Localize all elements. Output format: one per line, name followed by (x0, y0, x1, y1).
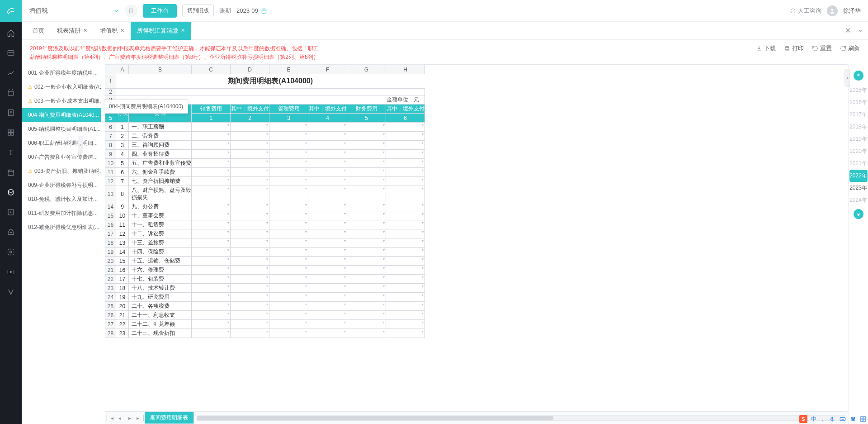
col-header[interactable]: D (231, 65, 269, 74)
data-cell[interactable]: ▾ (347, 150, 386, 159)
side-list-item[interactable]: 006-职工薪酬纳税调整明细... (22, 136, 101, 150)
data-cell[interactable]: ▾ (269, 257, 308, 266)
nav-grid-icon[interactable] (0, 124, 22, 141)
ime-keyboard-icon[interactable] (839, 416, 846, 422)
nav-calendar-icon[interactable] (0, 164, 22, 181)
row-header[interactable]: 27 (105, 320, 116, 329)
nav-inbox-icon[interactable] (0, 224, 22, 241)
workbench-button[interactable]: 工作台 (143, 4, 177, 18)
row-header[interactable]: 9 (105, 150, 116, 159)
data-cell[interactable]: ▾ (231, 202, 269, 211)
nav-home-icon[interactable] (0, 24, 22, 42)
data-cell[interactable]: ▾ (231, 141, 269, 150)
data-cell[interactable]: ▾ (192, 266, 231, 275)
data-cell[interactable]: ▾ (308, 293, 347, 302)
download-button[interactable]: 下载 (756, 44, 776, 52)
data-cell[interactable]: ▾ (231, 211, 269, 220)
data-cell[interactable]: ▾ (269, 311, 308, 320)
main-tab[interactable]: 所得税汇算清缴✕ (131, 22, 191, 40)
data-cell[interactable]: ▾ (192, 311, 231, 320)
main-tab[interactable]: 首页 (26, 22, 51, 40)
data-cell[interactable]: ▾ (347, 132, 386, 141)
year-item[interactable]: 2019年 (849, 133, 868, 145)
row-header[interactable]: 23 (105, 284, 116, 293)
data-cell[interactable]: ▾ (347, 141, 386, 150)
data-cell[interactable]: ▾ (192, 168, 231, 177)
data-cell[interactable]: ▾ (386, 186, 425, 202)
year-item[interactable]: 2016年 (849, 96, 868, 109)
doc-round-icon[interactable] (125, 5, 137, 17)
data-cell[interactable]: ▾ (231, 311, 269, 320)
data-cell[interactable]: ▾ (308, 229, 347, 238)
row-header[interactable]: 24 (105, 293, 116, 302)
tab-close-icon[interactable]: ✕ (181, 28, 185, 33)
data-cell[interactable]: ▾ (347, 159, 386, 168)
data-cell[interactable]: ▾ (269, 329, 308, 338)
expand-right-handle[interactable]: › (844, 69, 850, 87)
data-cell[interactable]: ▾ (269, 266, 308, 275)
data-cell[interactable]: ▾ (386, 257, 425, 266)
data-cell[interactable]: ▾ (347, 220, 386, 229)
data-cell[interactable]: ▾ (231, 229, 269, 238)
row-header[interactable]: 22 (105, 275, 116, 284)
data-cell[interactable]: ▾ (269, 177, 308, 186)
side-list-item[interactable]: ⚠008-资产折旧、摊销及纳税... (22, 164, 101, 178)
year-item[interactable]: 2015年 (849, 84, 868, 96)
data-cell[interactable]: ▾ (386, 275, 425, 284)
data-cell[interactable]: ▾ (386, 211, 425, 220)
nav-export-icon[interactable] (0, 204, 22, 221)
data-cell[interactable]: ▾ (231, 329, 269, 338)
data-cell[interactable]: ▾ (386, 202, 425, 211)
data-cell[interactable]: ▾ (269, 132, 308, 141)
side-list-item[interactable]: ⚠003-一般企业成本支出明细... (22, 94, 101, 108)
data-cell[interactable]: ▾ (308, 132, 347, 141)
year-item[interactable]: 2020年 (849, 145, 868, 157)
data-cell[interactable]: ▾ (269, 238, 308, 248)
row-header[interactable]: 28 (105, 329, 116, 338)
data-cell[interactable]: ▾ (192, 186, 231, 202)
data-cell[interactable]: ▾ (347, 186, 386, 202)
data-cell[interactable]: ▾ (231, 220, 269, 229)
sheet-corner[interactable] (105, 65, 116, 74)
nav-tax-icon[interactable] (0, 184, 22, 201)
row-header[interactable]: 11 (105, 168, 116, 177)
col-header[interactable]: E (269, 65, 308, 74)
data-cell[interactable]: ▾ (308, 159, 347, 168)
data-cell[interactable]: ▾ (192, 329, 231, 338)
side-list-item[interactable]: 001-企业所得税年度纳税申... (22, 66, 101, 80)
data-cell[interactable]: ▾ (231, 159, 269, 168)
main-tab[interactable]: 增值税✕ (94, 22, 131, 40)
data-cell[interactable]: ▾ (347, 320, 386, 329)
side-list-item[interactable]: 009-企业所得税弥补亏损明... (22, 178, 101, 192)
user-avatar-icon[interactable] (827, 5, 838, 16)
data-cell[interactable]: ▾ (269, 293, 308, 302)
year-item[interactable]: 2018年 (849, 121, 868, 133)
row-header[interactable]: 15 (105, 211, 116, 220)
data-cell[interactable]: ▾ (386, 177, 425, 186)
row-header[interactable]: 19 (105, 248, 116, 257)
sheet-nav-next[interactable]: ▸ (125, 415, 135, 421)
data-cell[interactable]: ▾ (308, 257, 347, 266)
username[interactable]: 徐泽华 (843, 7, 861, 15)
data-cell[interactable]: ▾ (347, 123, 386, 132)
data-cell[interactable]: ▾ (386, 123, 425, 132)
data-cell[interactable]: ▾ (269, 284, 308, 293)
grid-scroller[interactable]: ABCDEFGH 1期间费用明细表(A104000)23金额单位：元4行次项 目… (105, 64, 848, 411)
col-header[interactable]: F (308, 65, 347, 74)
main-tab[interactable]: 税表清册✕ (51, 22, 94, 40)
nav-settings-icon[interactable] (0, 243, 22, 261)
data-cell[interactable]: ▾ (231, 320, 269, 329)
data-cell[interactable]: ▾ (231, 284, 269, 293)
data-cell[interactable]: ▾ (192, 159, 231, 168)
data-cell[interactable]: ▾ (192, 150, 231, 159)
col-header[interactable]: C (192, 65, 231, 74)
col-header[interactable]: B (129, 65, 192, 74)
data-cell[interactable]: ▾ (308, 320, 347, 329)
year-item[interactable]: 2017年 (849, 109, 868, 121)
data-cell[interactable]: ▾ (192, 284, 231, 293)
col-header[interactable]: A (116, 65, 129, 74)
year-scroll-down[interactable] (854, 209, 863, 219)
print-button[interactable]: 打印 (784, 44, 804, 52)
data-cell[interactable]: ▾ (308, 248, 347, 257)
side-list-item[interactable]: ⚠002-一般企业收入明细表(A1... (22, 80, 101, 94)
